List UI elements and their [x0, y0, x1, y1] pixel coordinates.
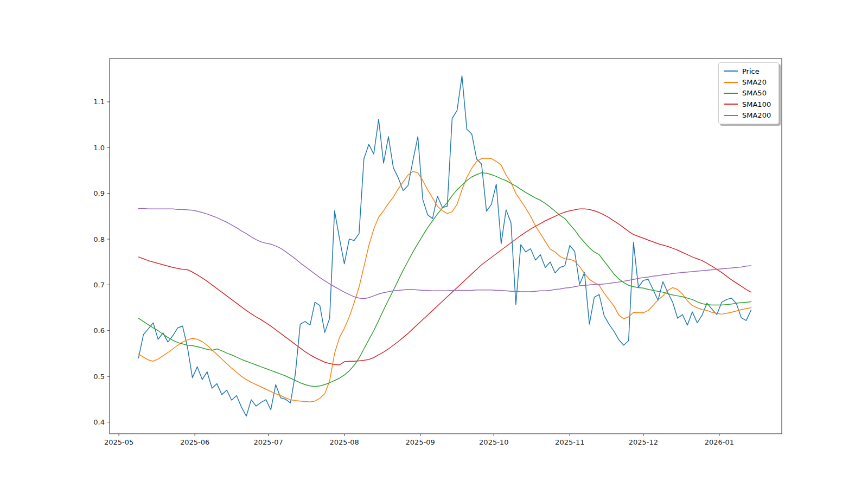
y-tick-label: 0.4	[93, 418, 105, 426]
legend-entry: SMA20	[724, 76, 774, 87]
legend-label: Price	[742, 67, 760, 75]
legend-entry: Price	[724, 66, 774, 76]
x-tick-label: 2025-08	[330, 438, 359, 446]
y-tick-label: 0.7	[93, 281, 105, 289]
y-tick-label: 1.0	[93, 144, 105, 152]
legend-label: SMA100	[742, 100, 771, 108]
x-tick-label: 2025-05	[104, 438, 133, 446]
x-tick-label: 2025-10	[479, 438, 508, 446]
legend-label: SMA50	[742, 89, 767, 97]
legend-label: SMA200	[742, 111, 771, 119]
x-tick-label: 2025-11	[555, 438, 584, 446]
legend-entry: SMA50	[724, 88, 774, 99]
plot-frame	[110, 59, 782, 434]
x-tick-label: 2025-07	[254, 438, 283, 446]
y-tick-label: 0.8	[93, 235, 105, 243]
legend-label: SMA20	[742, 78, 767, 86]
sma100-line	[138, 209, 751, 365]
y-tick-label: 1.1	[93, 98, 105, 106]
legend-line-swatch	[724, 115, 738, 116]
x-tick-label: 2025-09	[406, 438, 435, 446]
legend-line-swatch	[724, 70, 738, 72]
y-tick-label: 0.9	[93, 189, 105, 197]
sma20-line	[138, 158, 751, 402]
y-tick-label: 0.6	[93, 326, 105, 335]
x-tick-label: 2025-06	[180, 438, 209, 446]
legend-entry: SMA200	[724, 110, 774, 121]
price-line	[138, 76, 751, 416]
legend: Price SMA20 SMA50 SMA100 SMA200	[718, 62, 779, 124]
sma200-line	[138, 208, 751, 298]
x-tick-label: 2025-12	[629, 438, 658, 446]
legend-line-swatch	[724, 93, 738, 94]
legend-entry: SMA100	[724, 99, 774, 110]
x-tick-label: 2026-01	[705, 438, 734, 446]
y-tick-label: 0.5	[93, 373, 105, 381]
legend-line-swatch	[724, 104, 738, 105]
chart-figure: 0.40.50.60.70.80.91.01.12025-052025-0620…	[0, 0, 868, 488]
legend-line-swatch	[724, 82, 738, 83]
sma50-line	[138, 173, 751, 387]
